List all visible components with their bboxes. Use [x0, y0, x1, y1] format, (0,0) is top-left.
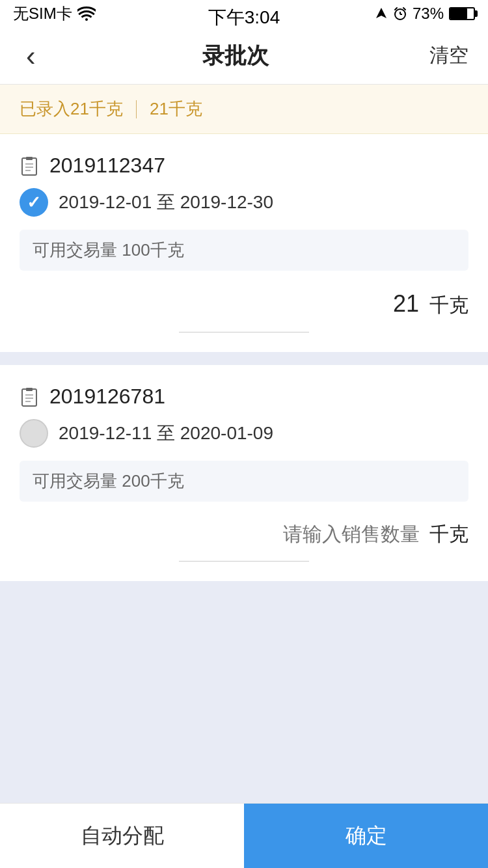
clear-button[interactable]: 清空: [429, 42, 468, 69]
quantity-row-1: 21 千克: [20, 284, 468, 332]
quantity-input-2[interactable]: [234, 523, 429, 545]
section-divider: [0, 352, 488, 365]
bottom-bar: 自动分配 确定: [0, 803, 488, 868]
auto-distribute-button[interactable]: 自动分配: [0, 804, 244, 868]
batch-card-2: 2019126781 2019-12-11 至 2020-01-09 可用交易量…: [0, 365, 488, 581]
battery-percent: 73%: [413, 5, 444, 23]
batch-id-1: 2019112347: [49, 154, 165, 178]
batch-id-2: 2019126781: [49, 385, 165, 409]
page-title: 录批次: [202, 41, 269, 71]
recorded-label: 已录入21千克: [20, 98, 123, 120]
svg-rect-8: [22, 389, 36, 406]
batch-row-2[interactable]: 2019-12-11 至 2020-01-09: [20, 419, 468, 448]
quantity-value-1: 21: [393, 290, 419, 318]
location-icon: [375, 7, 388, 21]
batch-header-2: 2019126781: [20, 385, 468, 409]
batch-icon-1: [20, 154, 43, 178]
info-bar: 已录入21千克 21千克: [0, 85, 488, 134]
checkmark-1: ✓: [27, 193, 41, 213]
date-range-1: 2019-12-01 至 2019-12-30: [59, 190, 273, 215]
status-bar: 无SIM卡 下午3:04 73%: [0, 0, 488, 27]
status-time: 下午3:04: [208, 5, 280, 30]
avail-bar-1: 可用交易量 100千克: [20, 230, 468, 271]
battery-icon: [449, 7, 475, 20]
status-right: 73%: [375, 5, 475, 23]
radio-checked-1[interactable]: ✓: [20, 188, 48, 217]
divider-2: [179, 561, 309, 562]
amount-label: 21千克: [150, 98, 202, 120]
info-divider: [136, 100, 137, 118]
confirm-button[interactable]: 确定: [244, 804, 488, 868]
radio-unchecked-2[interactable]: [20, 419, 48, 448]
back-button[interactable]: ‹: [20, 33, 42, 79]
svg-rect-4: [26, 157, 33, 160]
batch-card-1: 2019112347 ✓ 2019-12-01 至 2019-12-30 可用交…: [0, 134, 488, 352]
status-left: 无SIM卡: [13, 3, 96, 24]
batch-icon-2: [20, 385, 43, 409]
divider-1: [179, 332, 309, 332]
batch-row-1[interactable]: ✓ 2019-12-01 至 2019-12-30: [20, 188, 468, 217]
svg-rect-3: [22, 158, 36, 175]
svg-rect-9: [26, 388, 33, 391]
quantity-unit-1: 千克: [429, 292, 468, 319]
alarm-icon: [393, 7, 407, 21]
carrier-label: 无SIM卡: [13, 3, 72, 24]
wifi-icon: [77, 7, 96, 21]
avail-bar-2: 可用交易量 200千克: [20, 461, 468, 502]
quantity-row-2: 千克: [20, 515, 468, 561]
date-range-2: 2019-12-11 至 2020-01-09: [59, 421, 273, 446]
nav-bar: ‹ 录批次 清空: [0, 27, 488, 85]
quantity-unit-2: 千克: [429, 521, 468, 548]
batch-header-1: 2019112347: [20, 154, 468, 178]
